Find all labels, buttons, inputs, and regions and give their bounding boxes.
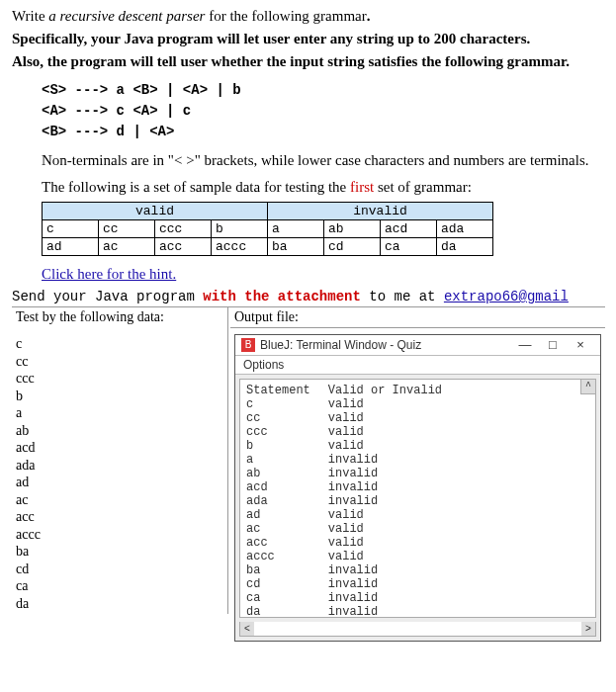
grammar-rule-s: <S> ---> a <B> | <A> | b [42,80,605,101]
scroll-left-button[interactable]: < [240,622,254,636]
table-row: c cc ccc b a ab acd ada [43,220,493,238]
grammar-rule-a: <A> ---> c <A> | c [42,101,605,122]
test-data-item: cc [16,353,223,371]
nonterminal-note: Non-terminals are in "< >" brackets, whi… [42,152,605,169]
output-row: acdinvalid [246,480,460,494]
output-row: abinvalid [246,467,460,480]
test-data-item: ba [16,543,223,561]
output-table: StatementValid or Invalidcvalidccvalidcc… [246,384,460,618]
output-row: ainvalid [246,453,460,467]
output-row: cvalid [246,397,460,411]
options-menu[interactable]: Options [243,358,284,372]
test-data-column: Test by the following data: ccccccbaabac… [12,307,228,614]
maximize-button[interactable]: □ [539,338,567,352]
output-row: dainvalid [246,605,460,618]
intro-period: . [367,8,371,24]
output-row: accvalid [246,536,460,550]
test-data-item: da [16,595,223,613]
intro-line2b: Also, the program will tell user whether… [12,53,605,70]
output-column: Output file: B BlueJ: Terminal Window - … [228,307,605,642]
output-row: cdinvalid [246,577,460,591]
scroll-right-button[interactable]: > [581,622,595,636]
hint-link[interactable]: Click here for the hint. [42,266,176,282]
test-data-item: b [16,388,223,405]
output-header-col: Valid or Invalid [328,384,460,397]
test-data-item: acc [16,508,223,526]
sample-table: valid invalid c cc ccc b a ab acd ada ad… [42,202,493,256]
terminal-title: BlueJ: Terminal Window - Quiz [260,338,421,352]
test-data-item: ac [16,491,223,509]
send-pre: Send your Java program [12,289,203,304]
test-data-item: ad [16,474,223,491]
valid-header: valid [43,203,268,220]
horizontal-scrollbar[interactable]: < > [239,622,596,637]
intro-write: Write [12,8,48,24]
intro-italic: a recursive descent parser [48,8,205,24]
test-data-item: ccc [16,370,223,388]
terminal-window: B BlueJ: Terminal Window - Quiz — □ × Op… [234,334,601,642]
intro-line2a: Specifically, your Java program will let… [12,31,605,47]
minimize-button[interactable]: — [511,338,539,352]
output-row: cainvalid [246,591,460,605]
output-row: bainvalid [246,563,460,577]
test-data-item: ab [16,422,223,440]
output-row: adainvalid [246,494,460,508]
test-data-item: c [16,335,223,353]
close-button[interactable]: × [567,338,594,352]
send-red: with the attachment [203,289,361,304]
invalid-header: invalid [268,203,493,220]
lower-wrap: Test by the following data: ccccccbaabac… [12,306,605,642]
scroll-up-button[interactable]: ^ [580,380,595,394]
test-data-item: ca [16,577,223,595]
grammar-block: <S> ---> a <B> | <A> | b <A> ---> c <A> … [42,80,605,142]
grammar-rule-b: <B> ---> d | <A> [42,122,605,142]
test-data-item: cd [16,561,223,578]
test-data-list: ccccccbaabacdadaadacaccacccbacdcada [16,335,223,612]
intro-line1: Write a recursive descent parser for the… [12,8,605,25]
send-line: Send your Java program with the attachme… [12,289,605,304]
test-data-title: Test by the following data: [16,309,223,325]
output-row: acccvalid [246,550,460,563]
test-data-item: a [16,404,223,422]
table-row: ad ac acc accc ba cd ca da [43,238,493,256]
test-data-item: acd [16,439,223,457]
output-header-col: Statement [246,384,328,397]
test-data-item: accc [16,526,223,544]
bluej-icon: B [241,338,255,352]
sample-prefix: The following is a set of sample data fo… [42,179,350,195]
terminal-menubar: Options [235,356,600,375]
output-row: ccvalid [246,411,460,425]
intro-suffix: for the following grammar [205,8,366,24]
hint-link-wrap: Click here for the hint. [42,266,605,283]
sample-suffix: set of grammar: [374,179,472,195]
output-row: advalid [246,508,460,522]
terminal-titlebar: B BlueJ: Terminal Window - Quiz — □ × [235,335,600,356]
output-row: acvalid [246,522,460,536]
output-label: Output file: [230,307,605,328]
output-row: bvalid [246,439,460,453]
send-email[interactable]: extrapo66@gmail [444,289,569,304]
output-row: cccvalid [246,425,460,439]
sample-red: first [350,179,374,195]
sample-note: The following is a set of sample data fo… [42,179,605,196]
send-mid: to me at [361,289,444,304]
terminal-output-area: ^ StatementValid or Invalidcvalidccvalid… [239,379,596,618]
test-data-item: ada [16,457,223,475]
